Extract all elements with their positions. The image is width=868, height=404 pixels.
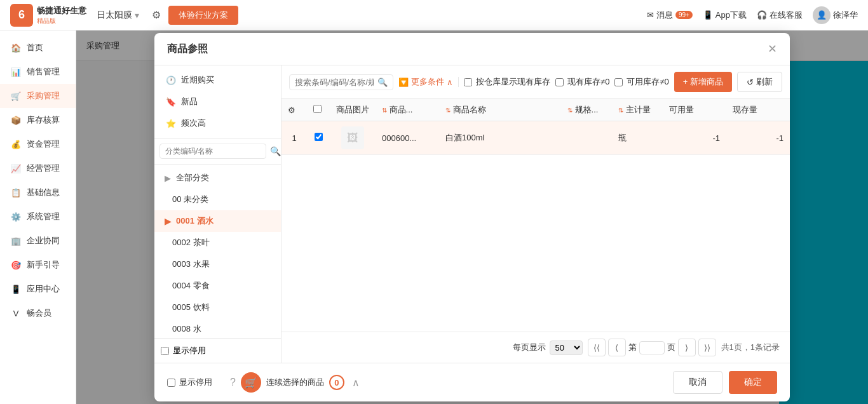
modal-footer: 显示停用 ? 🛒 连续选择的商品 0 ∧ 取消 确定 <box>154 363 790 401</box>
sidebar-item-基础信息[interactable]: 📋基础信息 <box>0 180 76 205</box>
sidebar-item-企业协同[interactable]: 🏢企业协同 <box>0 229 76 253</box>
modal-close-button[interactable]: ✕ <box>768 42 777 56</box>
sort-icon: ⇅ <box>382 107 387 114</box>
footer-disabled-checkbox[interactable] <box>167 379 175 387</box>
row-checkbox[interactable] <box>315 133 323 141</box>
add-product-button[interactable]: + 新增商品 <box>674 72 732 92</box>
sidebar-label: 采购管理 <box>27 90 60 102</box>
sidebar-item-新手引导[interactable]: 🎯新手引导 <box>0 253 76 277</box>
sidebar-icon: 🏠 <box>10 42 22 53</box>
modal-overlay: 商品参照 ✕ 🕐近期购买🔖新品⭐频次高 🔍 ▶全部分类00 未分类▶0001 酒… <box>76 30 868 404</box>
expand-arrow-icon: ▶ <box>165 173 171 183</box>
separator <box>458 77 459 87</box>
show-disabled-checkbox[interactable] <box>161 347 169 355</box>
sidebar-item-系统管理[interactable]: ⚙️系统管理 <box>0 205 76 229</box>
confirm-button[interactable]: 确定 <box>729 371 777 394</box>
sort-icon-unit: ⇅ <box>618 107 623 114</box>
modal-body: 🕐近期购买🔖新品⭐频次高 🔍 ▶全部分类00 未分类▶0001 酒水0002 茶… <box>154 65 790 363</box>
sidebar-item-经营管理[interactable]: 📈经营管理 <box>0 156 76 180</box>
category-item[interactable]: ▶0001 酒水 <box>154 210 281 232</box>
col-code-header: ⇅ 商品... <box>376 99 439 121</box>
help-icon[interactable]: ? <box>230 377 236 388</box>
page-info: 共1页，1条记录 <box>721 342 780 353</box>
col-stock-header: 现存量 <box>726 99 790 121</box>
modal: 商品参照 ✕ 🕐近期购买🔖新品⭐频次高 🔍 ▶全部分类00 未分类▶0001 酒… <box>154 33 790 401</box>
sidebar-label: 销售管理 <box>27 66 60 77</box>
warehouse-filter[interactable]: 按仓库显示现有库存 <box>464 76 550 88</box>
product-search-box[interactable]: 🔍 <box>289 74 393 90</box>
table-header-row: ⚙ 商品图片 ⇅ 商品... <box>281 99 790 121</box>
avail-nonzero-filter[interactable]: 可用库存≠0 <box>614 76 668 88</box>
product-panel: 🔍 🔽 更多条件 ∧ 按仓库显示现有库存 <box>281 65 790 363</box>
sidebar-item-采购管理[interactable]: 🛒采购管理 <box>0 84 76 108</box>
col-unit-header: ⇅ 主计量 <box>612 99 663 121</box>
store-dropdown-arrow: ▾ <box>135 10 139 20</box>
page-number-input[interactable]: 1 <box>639 341 665 354</box>
product-search-input[interactable] <box>295 77 374 87</box>
sidebar-icon: 📱 <box>10 283 22 295</box>
sidebar-label: 资金管理 <box>27 138 60 150</box>
category-search-icon[interactable]: 🔍 <box>270 146 281 156</box>
filter-icon: 🔽 <box>398 77 409 87</box>
stock-nonzero-filter[interactable]: 现有库存≠0 <box>555 76 609 88</box>
select-all-checkbox[interactable] <box>313 105 322 113</box>
stock-nonzero-checkbox[interactable] <box>555 78 564 86</box>
category-item[interactable]: ▶全部分类 <box>154 167 281 189</box>
col-avail-header: 可用量 <box>663 99 726 121</box>
tab-label: 近期购买 <box>181 74 214 86</box>
footer-show-disabled[interactable]: 显示停用 <box>167 377 212 388</box>
category-item[interactable]: 0004 零食 <box>154 275 281 297</box>
modal-title: 商品参照 <box>167 43 208 56</box>
settings-col-icon[interactable]: ⚙ <box>288 105 295 115</box>
sidebar: 🏠首页📊销售管理🛒采购管理📦库存核算💰资金管理📈经营管理📋基础信息⚙️系统管理🏢… <box>0 30 76 404</box>
app-download-btn[interactable]: 📱 App下载 <box>703 10 747 21</box>
sidebar-item-库存核算[interactable]: 📦库存核算 <box>0 108 76 132</box>
category-item[interactable]: 0008 水 <box>154 318 281 338</box>
settings-icon[interactable]: ⚙ <box>152 9 161 21</box>
product-toolbar: 🔍 🔽 更多条件 ∧ 按仓库显示现有库存 <box>281 65 790 99</box>
warehouse-checkbox[interactable] <box>464 78 472 86</box>
table-row[interactable]: 1 🖼 000600... 白酒100ml 瓶 -1 -1 <box>281 121 790 155</box>
trial-button[interactable]: 体验行业方案 <box>168 6 238 25</box>
navbar: 6 畅捷通好生意 精品版 日太阳膜 ▾ ⚙ 体验行业方案 ✉ 消息 99+ 📱 … <box>0 0 868 30</box>
category-tab-近期购买[interactable]: 🕐近期购买 <box>159 71 276 90</box>
next-page-button[interactable]: ⟩ <box>678 339 696 356</box>
refresh-button[interactable]: ↺ 刷新 <box>737 72 782 92</box>
category-tab-频次高[interactable]: ⭐频次高 <box>159 114 276 133</box>
category-item[interactable]: 00 未分类 <box>154 189 281 210</box>
headset-icon: 🎧 <box>757 10 767 20</box>
category-search: 🔍 <box>154 138 281 165</box>
user-menu[interactable]: 👤 徐泽华 <box>813 6 858 24</box>
sidebar-item-畅会员[interactable]: V畅会员 <box>0 301 76 325</box>
page-nav: ⟨⟨ ⟨ 第 1 页 ⟩ ⟩⟩ <box>588 339 716 356</box>
per-page: 每页显示 50 100 <box>513 340 583 355</box>
tab-icon: 🕐 <box>166 76 176 85</box>
cancel-button[interactable]: 取消 <box>673 371 722 394</box>
avail-nonzero-checkbox[interactable] <box>614 78 623 86</box>
category-item[interactable]: 0005 饮料 <box>154 297 281 318</box>
category-panel: 🕐近期购买🔖新品⭐频次高 🔍 ▶全部分类00 未分类▶0001 酒水0002 茶… <box>154 65 281 363</box>
service-btn[interactable]: 🎧 在线客服 <box>757 10 803 21</box>
category-tabs: 🕐近期购买🔖新品⭐频次高 <box>154 65 281 138</box>
first-page-button[interactable]: ⟨⟨ <box>588 339 606 356</box>
last-page-button[interactable]: ⟩⟩ <box>698 339 716 356</box>
category-tab-新品[interactable]: 🔖新品 <box>159 92 276 111</box>
sidebar-item-资金管理[interactable]: 💰资金管理 <box>0 132 76 156</box>
modal-header: 商品参照 ✕ <box>154 33 790 65</box>
sidebar-item-首页[interactable]: 🏠首页 <box>0 36 76 60</box>
category-item[interactable]: 0002 茶叶 <box>154 232 281 253</box>
prev-page-button[interactable]: ⟨ <box>608 339 626 356</box>
tab-label: 新品 <box>181 96 198 107</box>
collapse-cart-icon[interactable]: ∧ <box>352 377 360 389</box>
sidebar-icon: 📈 <box>10 163 22 174</box>
filter-more-button[interactable]: 🔽 更多条件 ∧ <box>398 76 453 88</box>
store-selector[interactable]: 日太阳膜 ▾ <box>97 10 139 21</box>
per-page-select[interactable]: 50 100 <box>550 340 583 355</box>
category-item[interactable]: 0003 水果 <box>154 253 281 275</box>
sidebar-item-应用中心[interactable]: 📱应用中心 <box>0 277 76 301</box>
cart-button[interactable]: 🛒 <box>241 372 261 393</box>
app-icon: 📱 <box>703 10 713 20</box>
category-search-input[interactable] <box>159 144 266 159</box>
sidebar-item-销售管理[interactable]: 📊销售管理 <box>0 60 76 84</box>
message-btn[interactable]: ✉ 消息 99+ <box>647 10 693 21</box>
